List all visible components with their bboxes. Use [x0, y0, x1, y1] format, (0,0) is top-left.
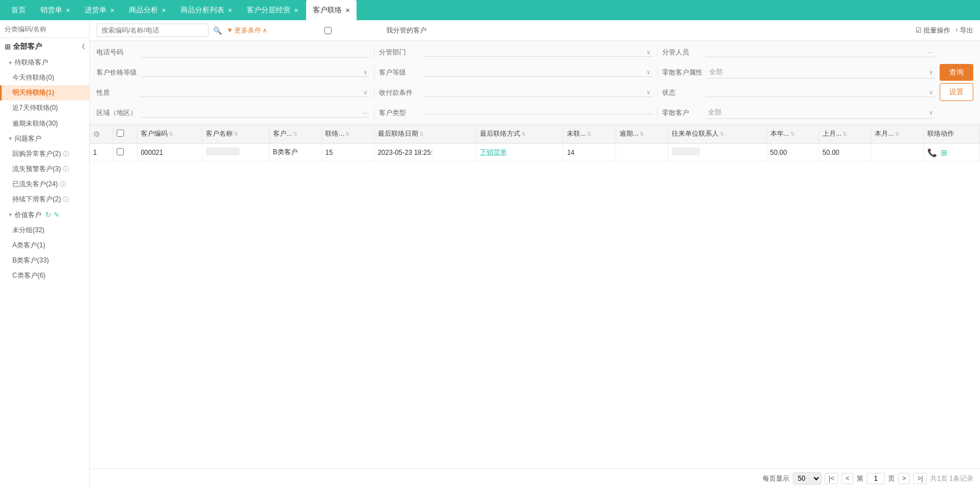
next-page-btn[interactable]: > — [898, 473, 910, 484]
gear-icon[interactable]: ⚙ — [93, 130, 100, 139]
sidebar-group-problem-customers[interactable]: ▼ 问题客户 — [0, 131, 89, 146]
edit-value-icon[interactable]: ✎ — [54, 211, 59, 219]
close-product-analysis-icon[interactable]: ✕ — [161, 7, 166, 13]
nav-purchase-order[interactable]: 进货单 ✕ — [78, 0, 121, 20]
cell-overdue — [616, 144, 668, 162]
checkbox-icon: ☑ — [916, 26, 922, 34]
phone-action-icon[interactable]: 📞 — [927, 148, 937, 157]
past-contacts-masked — [672, 148, 700, 155]
my-customers-checkbox[interactable] — [272, 27, 384, 34]
search-input[interactable] — [96, 24, 209, 37]
phone-input[interactable] — [140, 47, 369, 58]
status-select[interactable]: ∨ — [706, 88, 935, 97]
sidebar-item-c-class[interactable]: C类客户(6) — [0, 268, 89, 283]
first-page-btn[interactable]: |< — [825, 473, 838, 484]
refresh-icon[interactable]: ↻ — [45, 211, 51, 219]
nature-select[interactable]: ∨ — [140, 88, 369, 97]
query-btn[interactable]: 查询 — [940, 64, 973, 81]
cell-checkbox[interactable] — [113, 144, 137, 162]
divider8 — [657, 106, 658, 119]
sidebar-item-churned[interactable]: 已流失客户(24) ⓘ — [0, 177, 89, 192]
col-contacts: 联络... ⇅ — [322, 125, 374, 144]
sort-icon-this-month: ⇅ — [895, 131, 899, 137]
sort-icon-past-contacts: ⇅ — [720, 131, 724, 137]
info-icon-1: ⓘ — [63, 150, 69, 157]
customer-grade-arrow: ∨ — [646, 69, 650, 75]
sidebar-item-declining[interactable]: 持续下滑客户(2) ⓘ — [0, 192, 89, 207]
col-uncontacted: 未联... ⇅ — [563, 125, 616, 144]
page-size-select[interactable]: 50 10 20 100 — [793, 472, 821, 485]
payment-select[interactable]: ∨ — [423, 88, 652, 97]
close-customer-segment-icon[interactable]: ✕ — [294, 7, 298, 13]
scatter-customer-select[interactable]: 全部 ∨ — [706, 107, 935, 119]
sidebar-all-customers[interactable]: ⊞ 全部客户 《 — [0, 38, 89, 55]
col-action: 联络动作 — [923, 125, 979, 144]
col-overdue: 逾期... ⇅ — [616, 125, 668, 144]
divider6 — [657, 86, 658, 99]
sort-icon-this-year: ⇅ — [791, 131, 795, 137]
region-ellipsis: ··· — [362, 109, 367, 116]
price-grade-select[interactable]: ∨ — [141, 68, 369, 77]
col-past-contacts: 往来单位联系人 ⇅ — [668, 125, 766, 144]
prev-page-btn[interactable]: < — [842, 473, 853, 484]
col-gear[interactable]: ⚙ — [90, 125, 113, 144]
close-customer-contact-icon[interactable]: ✕ — [345, 7, 350, 13]
advanced-filters: 电话号码 分管部门 ∨ 分管人员 — [90, 41, 980, 125]
settings-btn[interactable]: 设置 — [940, 83, 973, 101]
sidebar-group-pending-contact[interactable]: ▼ 待联络客户 — [0, 55, 89, 70]
row-checkbox[interactable] — [117, 148, 124, 155]
sidebar-item-today-contact[interactable]: 今天待联络(0) — [0, 70, 89, 85]
sidebar-item-overdue-contact[interactable]: 逾期未联络(30) — [0, 116, 89, 131]
customer-type-select[interactable] — [423, 112, 652, 114]
price-grade-arrow: ∨ — [363, 69, 367, 75]
dept-select[interactable]: ∨ — [423, 48, 652, 57]
sidebar-item-7day-contact[interactable]: 近7天待联络(0) — [0, 100, 89, 116]
region-select[interactable]: ··· — [141, 108, 369, 118]
nav-product-analysis-list[interactable]: 商品分析列表 ✕ — [174, 0, 239, 20]
sidebar-item-tomorrow-contact[interactable]: 明天待联络(1) — [0, 85, 89, 100]
search-icon[interactable]: 🔍 — [213, 26, 222, 35]
select-all-checkbox[interactable] — [117, 130, 124, 137]
sidebar-item-b-class[interactable]: B类客户(33) — [0, 253, 89, 268]
sort-icon-date: ⇅ — [419, 131, 424, 137]
table-header-row: ⚙ 客户编码 ⇅ 客户名称 ⇅ — [90, 125, 980, 144]
scatter-attr-select[interactable]: 全部 ∨ — [707, 66, 935, 79]
sidebar-search-input[interactable] — [4, 25, 89, 33]
nav-sales-order[interactable]: 销货单 ✕ — [34, 0, 77, 20]
divider5 — [374, 86, 375, 99]
nav-customer-contact[interactable]: 客户联络 ✕ — [306, 0, 357, 20]
batch-operation-btn[interactable]: ☑ 批量操作 — [916, 26, 950, 35]
divider2 — [657, 45, 658, 59]
nav-product-analysis[interactable]: 商品分析 ✕ — [122, 0, 173, 20]
sidebar-item-a-class[interactable]: A类客户(1) — [0, 238, 89, 253]
close-sales-order-icon[interactable]: ✕ — [66, 7, 70, 13]
export-btn[interactable]: ↑ 导出 — [955, 26, 973, 35]
cell-this-year: 50.00 — [766, 144, 819, 162]
last-page-btn[interactable]: >| — [913, 473, 927, 484]
sidebar-item-churn-warning[interactable]: 流失预警客户(3) ⓘ — [0, 162, 89, 177]
col-last-contact-date: 最后联络日期 ⇅ — [374, 125, 476, 144]
customer-grade-select[interactable]: ∨ — [423, 68, 652, 77]
filter-region: 区域（地区） ··· — [96, 108, 369, 118]
nav-home[interactable]: 首页 — [4, 0, 33, 20]
sidebar-item-repurchase-anomaly[interactable]: 回购异常客户(2) ⓘ — [0, 146, 89, 162]
cell-last-contact-method[interactable]: 下销货单 — [476, 144, 563, 162]
col-name: 客户名称 ⇅ — [202, 125, 270, 144]
nav-customer-segment[interactable]: 客户分层经营 ✕ — [240, 0, 305, 20]
close-purchase-order-icon[interactable]: ✕ — [110, 7, 114, 13]
divider3 — [374, 66, 375, 79]
sort-icon-overdue: ⇅ — [640, 131, 644, 137]
sidebar-item-ungrouped[interactable]: 未分组(32) — [0, 223, 89, 238]
my-customers-checkbox-container[interactable]: 我分管的客户 — [272, 26, 427, 35]
filter-price-grade: 客户价格等级 ∨ — [96, 68, 369, 77]
person-select[interactable]: ··· — [706, 48, 935, 57]
more-conditions-btn[interactable]: ▼ 更多条件 ∧ — [226, 26, 267, 35]
nature-arrow: ∨ — [363, 89, 367, 95]
page-number-input[interactable] — [867, 473, 885, 484]
grid-action-icon[interactable]: ⊞ — [941, 148, 947, 157]
payment-arrow: ∨ — [646, 89, 650, 95]
close-product-analysis-list-icon[interactable]: ✕ — [228, 7, 232, 13]
sidebar-group-value-customers[interactable]: ▼ 价值客户 ↻ ✎ — [0, 208, 89, 223]
cell-code: 000021 — [137, 144, 202, 162]
filter-payment-terms: 收付款条件 ∨ — [379, 88, 652, 98]
